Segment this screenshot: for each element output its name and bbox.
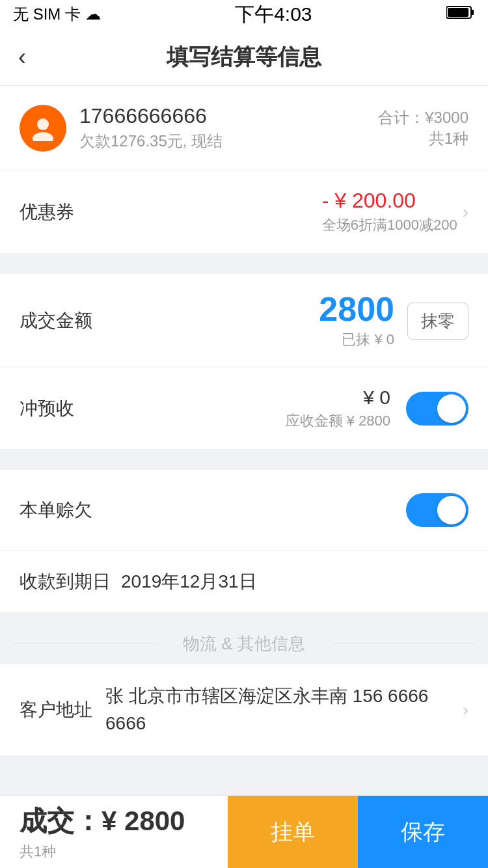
- user-sub: 欠款1276.35元, 现结: [79, 131, 223, 152]
- pre-amounts: ¥ 0 应收金额 ¥ 2800: [286, 387, 390, 431]
- pre-receive-toggle[interactable]: [406, 392, 468, 426]
- user-info-card: 17666666666 欠款1276.35元, 现结 合计：¥3000 共1种 …: [0, 86, 488, 253]
- status-left: 无 SIM 卡 ☁: [13, 4, 101, 25]
- sep-line-left: [13, 644, 157, 644]
- amount-value: 2800: [319, 292, 394, 326]
- user-phone: 17666666666: [79, 104, 223, 128]
- pre-right: ¥ 0 应收金额 ¥ 2800: [286, 387, 468, 431]
- avatar: [20, 105, 66, 152]
- deal-amount-card: 成交金额 2800 已抹 ¥ 0 抹零 冲预收 ¥ 0 应收金额 ¥ 2800: [0, 274, 488, 449]
- content: 17666666666 欠款1276.35元, 现结 合计：¥3000 共1种 …: [0, 86, 488, 868]
- user-left: 17666666666 欠款1276.35元, 现结: [20, 104, 223, 152]
- total-label: 合计：¥3000: [378, 107, 468, 128]
- user-right: 合计：¥3000 共1种: [378, 107, 468, 149]
- section-divider-2: [0, 459, 488, 470]
- user-info: 17666666666 欠款1276.35元, 现结: [79, 104, 223, 152]
- bottom-count: 共1种: [20, 842, 208, 861]
- arrears-label: 本单赊欠: [20, 498, 92, 522]
- page-title: 填写结算等信息: [167, 42, 321, 72]
- toggle-knob: [437, 394, 466, 423]
- svg-rect-1: [471, 10, 474, 15]
- arrears-card: 本单赊欠 收款到期日 2019年12月31日: [0, 470, 488, 612]
- status-bar: 无 SIM 卡 ☁ 下午4:03: [0, 0, 488, 29]
- deal-amount-row: 成交金额 2800 已抹 ¥ 0 抹零: [0, 274, 488, 368]
- sim-text: 无 SIM 卡 ☁: [13, 4, 101, 25]
- address-row[interactable]: 客户地址 张 北京市市辖区海淀区永丰南 156 6666 6666 ›: [0, 664, 488, 755]
- amount-sub: 已抹 ¥ 0: [319, 330, 394, 349]
- bottom-deal-text: 成交：¥ 2800: [20, 803, 208, 839]
- pre-receive-label: 冲预收: [20, 396, 74, 421]
- address-card: 客户地址 张 北京市市辖区海淀区永丰南 156 6666 6666 ›: [0, 664, 488, 755]
- logistics-label: 物流 & 其他信息: [183, 632, 305, 655]
- nav-bar: ‹ 填写结算等信息: [0, 29, 488, 86]
- bottom-bar: 成交：¥ 2800 共1种 挂单 保存: [0, 795, 488, 868]
- amount-block: 2800 已抹 ¥ 0: [319, 292, 394, 349]
- back-button[interactable]: ‹: [18, 44, 26, 71]
- logistics-separator: 物流 & 其他信息: [0, 623, 488, 664]
- svg-rect-2: [448, 8, 468, 17]
- bottom-deal-label: 成交：: [20, 806, 102, 836]
- arrears-toggle-knob: [437, 496, 466, 524]
- round-zero-button[interactable]: 抹零: [407, 303, 468, 340]
- arrears-row: 本单赊欠: [0, 470, 488, 550]
- pre-receive-row: 冲预收 ¥ 0 应收金额 ¥ 2800: [0, 368, 488, 449]
- arrears-toggle[interactable]: [406, 493, 468, 527]
- hold-button[interactable]: 挂单: [228, 796, 358, 869]
- address-label: 客户地址: [20, 698, 92, 722]
- user-count: 共1种: [378, 128, 468, 149]
- coupon-row[interactable]: 优惠券 - ¥ 200.00 全场6折满1000减200 ›: [0, 170, 488, 253]
- status-right: [446, 5, 475, 23]
- coupon-amount: - ¥ 200.00: [322, 189, 457, 213]
- pre-sub: 应收金额 ¥ 2800: [286, 411, 390, 431]
- deal-amount-right: 2800 已抹 ¥ 0 抹零: [319, 292, 468, 349]
- address-value: 张 北京市市辖区海淀区永丰南 156 6666 6666: [105, 683, 463, 737]
- battery-icon: [446, 5, 475, 23]
- sep-line-right: [331, 644, 475, 644]
- bottom-summary: 成交：¥ 2800 共1种: [0, 803, 228, 861]
- pre-value: ¥ 0: [286, 387, 390, 409]
- status-time: 下午4:03: [235, 1, 312, 28]
- coupon-label: 优惠券: [20, 200, 74, 224]
- coupon-desc: 全场6折满1000减200: [322, 215, 457, 235]
- chevron-right-icon: ›: [463, 202, 468, 223]
- bottom-deal-value: ¥ 2800: [102, 806, 185, 836]
- coupon-right: - ¥ 200.00 全场6折满1000减200 ›: [322, 189, 468, 235]
- section-divider-1: [0, 264, 488, 274]
- deal-amount-label: 成交金额: [20, 308, 92, 333]
- due-date-value: 2019年12月31日: [121, 569, 257, 594]
- user-row: 17666666666 欠款1276.35元, 现结 合计：¥3000 共1种: [0, 86, 488, 170]
- svg-point-3: [37, 118, 49, 130]
- save-button[interactable]: 保存: [358, 796, 488, 869]
- svg-point-4: [33, 132, 53, 141]
- address-chevron-icon: ›: [463, 699, 468, 720]
- due-date-label: 收款到期日: [20, 569, 111, 594]
- due-date-row: 收款到期日 2019年12月31日: [0, 550, 488, 612]
